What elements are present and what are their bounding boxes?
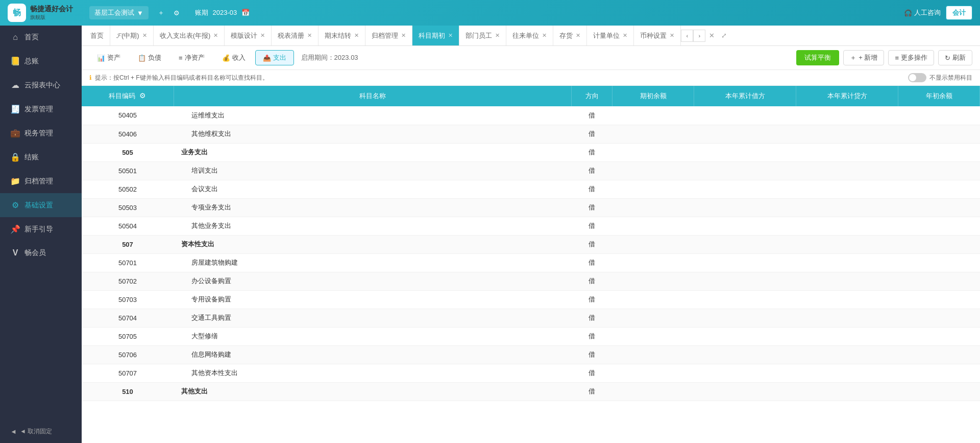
chevron-down-icon: ▼ — [137, 9, 143, 17]
sidebar-item-home[interactable]: ⌂ 首页 — [0, 26, 82, 49]
table-row[interactable]: 50405 运维维支出 借 — [82, 106, 980, 125]
sidebar-item-reports[interactable]: ☁ 云报表中心 — [0, 73, 82, 97]
tab-subject-initial[interactable]: 科目期初 ✕ — [412, 26, 459, 46]
table-row[interactable]: 507 资本性支出 借 — [82, 235, 980, 253]
sidebar-item-tax[interactable]: 💼 税务管理 — [0, 121, 82, 145]
sidebar-item-label: 新手引导 — [24, 225, 53, 234]
cell-balance — [612, 272, 694, 290]
table-row[interactable]: 50702 办公设备购置 借 — [82, 272, 980, 290]
tab-period[interactable]: 𝓕(中期) ✕ — [110, 26, 154, 46]
company-selector[interactable]: 基层工会测试 ▼ — [89, 6, 149, 19]
add-company-icon[interactable]: ＋ — [158, 8, 164, 17]
tab-close-icon[interactable]: ✕ — [670, 32, 674, 39]
cell-balance — [612, 235, 694, 253]
tab-expand-button[interactable]: ⤢ — [718, 30, 730, 42]
tab-tax-table[interactable]: 税表清册 ✕ — [272, 26, 318, 46]
table-row[interactable]: 505 业务支出 借 — [82, 143, 980, 161]
table-row[interactable]: 50704 交通工具购置 借 — [82, 309, 980, 327]
cell-credit — [796, 272, 898, 290]
tab-close-icon[interactable]: ✕ — [448, 32, 453, 39]
table-row[interactable]: 50707 其他资本性支出 借 — [82, 364, 980, 382]
tab-close-icon[interactable]: ✕ — [542, 32, 547, 39]
tab-template[interactable]: 模版设计 ✕ — [225, 26, 272, 46]
table-row[interactable]: 50705 大型修缮 借 — [82, 327, 980, 345]
toggle-label: 不显示禁用科目 — [929, 74, 972, 82]
calendar-icon[interactable]: 📅 — [241, 9, 250, 16]
balance-button[interactable]: 试算平衡 — [796, 50, 839, 65]
tab-close-icon[interactable]: ✕ — [623, 32, 627, 39]
sub-tab-expenditure[interactable]: 📤 支出 — [255, 50, 294, 65]
table-row[interactable]: 510 其他支出 借 — [82, 382, 980, 401]
tab-period-carry[interactable]: 期末结转 ✕ — [318, 26, 365, 46]
sub-tab-liabilities[interactable]: 📋 负债 — [130, 50, 169, 65]
tab-close-icon[interactable]: ✕ — [213, 32, 218, 39]
cell-credit — [796, 327, 898, 345]
tab-close-icon[interactable]: ✕ — [354, 32, 359, 39]
tab-close-icon[interactable]: ✕ — [401, 32, 406, 39]
tab-unit[interactable]: 计量单位 ✕ — [587, 26, 634, 46]
tab-annual-report[interactable]: 收入支出表(年报) ✕ — [154, 26, 225, 46]
th-credit: 本年累计贷方 — [796, 86, 898, 106]
ledger-icon: 📒 — [10, 56, 20, 66]
add-button[interactable]: ＋ + 新增 — [843, 50, 884, 65]
tab-close-icon[interactable]: ✕ — [307, 32, 312, 39]
cell-code: 50704 — [82, 309, 174, 327]
table-wrapper: 科目编码 ⚙ 科目名称 方向 期初余额 — [82, 86, 980, 443]
cell-balance — [612, 125, 694, 143]
table-row[interactable]: 50503 专项业务支出 借 — [82, 198, 980, 217]
tab-close-icon[interactable]: ✕ — [576, 32, 580, 39]
support-button[interactable]: 🎧 人工咨询 — [904, 8, 941, 17]
table-row[interactable]: 50406 其他维权支出 借 — [82, 125, 980, 143]
table-row[interactable]: 50703 专用设备购置 借 — [82, 290, 980, 309]
settings-icon[interactable]: ⚙ — [174, 9, 180, 17]
sidebar-item-closing[interactable]: 🔒 结账 — [0, 145, 82, 169]
cell-dir: 借 — [572, 309, 612, 327]
table-row[interactable]: 50501 培训支出 借 — [82, 161, 980, 180]
tab-currency[interactable]: 币种设置 ✕ — [634, 26, 681, 46]
cell-name: 其他支出 — [174, 382, 572, 401]
tab-close-all-button[interactable]: ✕ — [705, 30, 718, 42]
refresh-button[interactable]: ↻ 刷新 — [938, 50, 972, 65]
sidebar-item-settings[interactable]: ⚙ 基础设置 — [0, 193, 82, 217]
cell-name: 办公设备购置 — [174, 272, 572, 290]
tab-next-button[interactable]: › — [693, 30, 705, 42]
cell-name: 交通工具购置 — [174, 309, 572, 327]
sidebar-item-guide[interactable]: 📌 新手引导 — [0, 217, 82, 241]
collapse-sidebar-button[interactable]: ◄ ◄ 取消固定 — [0, 420, 82, 443]
tab-prev-button[interactable]: ‹ — [681, 30, 693, 42]
cell-debit — [694, 161, 796, 180]
sidebar-item-label: 结账 — [24, 153, 39, 162]
cell-code: 50702 — [82, 272, 174, 290]
cell-year — [898, 125, 980, 143]
th-name: 科目名称 — [174, 86, 572, 106]
sub-tab-income[interactable]: 💰 收入 — [214, 50, 253, 65]
sidebar-item-member[interactable]: V 畅会员 — [0, 241, 82, 265]
sidebar-item-invoice[interactable]: 🧾 发票管理 — [0, 97, 82, 121]
column-settings-icon[interactable]: ⚙ — [139, 91, 146, 100]
sidebar-item-label: 税务管理 — [24, 129, 53, 138]
table-row[interactable]: 50701 房屋建筑物购建 借 — [82, 253, 980, 272]
tab-archive[interactable]: 归档管理 ✕ — [365, 26, 412, 46]
cell-credit — [796, 143, 898, 161]
more-button[interactable]: ≡ 更多操作 — [888, 50, 934, 65]
cell-name: 其他资本性支出 — [174, 364, 572, 382]
tab-home[interactable]: 首页 — [84, 26, 110, 46]
sidebar-item-ledger[interactable]: 📒 总账 — [0, 49, 82, 73]
tab-close-icon[interactable]: ✕ — [142, 32, 147, 39]
tab-close-icon[interactable]: ✕ — [260, 32, 265, 39]
cell-name: 运维维支出 — [174, 106, 572, 125]
sub-tab-assets[interactable]: 📊 资产 — [89, 50, 128, 65]
cell-dir: 借 — [572, 106, 612, 125]
table-row[interactable]: 50502 会议支出 借 — [82, 180, 980, 198]
disabled-toggle[interactable] — [908, 73, 926, 82]
sub-tab-net-assets[interactable]: ≡ 净资产 — [171, 50, 212, 65]
tab-counterparty[interactable]: 往来单位 ✕ — [506, 26, 553, 46]
tab-dept-staff[interactable]: 部门员工 ✕ — [459, 26, 506, 46]
table-row[interactable]: 50706 信息网络购建 借 — [82, 345, 980, 364]
cell-code: 507 — [82, 235, 174, 253]
account-button[interactable]: 会计 — [946, 6, 972, 20]
sidebar-item-archive[interactable]: 📁 归档管理 — [0, 169, 82, 193]
tab-inventory[interactable]: 存货 ✕ — [553, 26, 587, 46]
tab-close-icon[interactable]: ✕ — [495, 32, 500, 39]
table-row[interactable]: 50504 其他业务支出 借 — [82, 217, 980, 235]
